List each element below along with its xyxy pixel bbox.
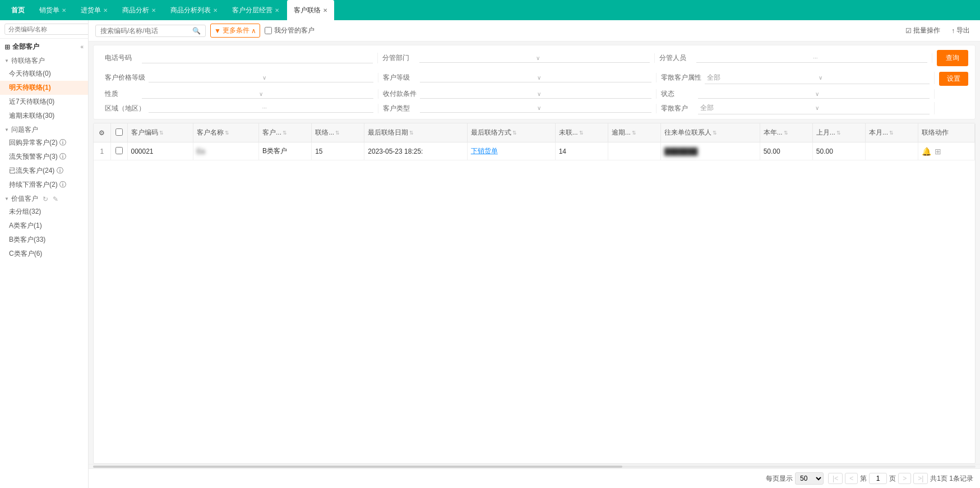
col-this-month[interactable]: 本月...⇅ — [866, 123, 918, 142]
payment-select[interactable]: ∨ — [420, 90, 651, 99]
nav-tab-purchase[interactable]: 进货单 ✕ — [74, 0, 114, 20]
first-page-button[interactable]: |< — [828, 473, 843, 484]
sidebar-item-b-class[interactable]: B类客户(33) — [0, 233, 88, 247]
per-page-select-input[interactable]: 10 20 50 100 — [795, 472, 824, 485]
person-select[interactable]: ··· — [696, 54, 927, 63]
select-all-checkbox[interactable] — [115, 128, 123, 136]
sidebar-all-customers[interactable]: ⊞ 全部客户 « — [0, 39, 88, 54]
col-customer-name[interactable]: 客户名称⇅ — [193, 123, 258, 142]
sidebar-item-declining[interactable]: 持续下滑客户(2) ⓘ — [0, 178, 88, 192]
nature-select[interactable]: ∨ — [142, 90, 373, 99]
close-icon[interactable]: ✕ — [103, 7, 108, 13]
close-icon[interactable]: ✕ — [62, 7, 66, 13]
close-icon[interactable]: ✕ — [323, 7, 327, 13]
row-checkbox[interactable] — [115, 147, 123, 154]
row-number: 1 — [94, 142, 110, 160]
sidebar-item-repurchase-abnormal[interactable]: 回购异常客户(2) ⓘ — [0, 136, 88, 150]
sidebar-search-input[interactable] — [4, 24, 89, 35]
nav-tab-customer-contact[interactable]: 客户联络 ✕ — [287, 0, 334, 20]
col-this-year[interactable]: 本年...⇅ — [760, 123, 812, 142]
sidebar-item-ungrouped[interactable]: 未分组(32) — [0, 205, 88, 219]
qr-action-icon[interactable]: ⊞ — [935, 147, 941, 156]
col-contact-count[interactable]: 联络...⇅ — [312, 123, 364, 142]
sidebar-group-problem[interactable]: ▼ 问题客户 — [0, 123, 88, 136]
col-customer-type[interactable]: 客户...⇅ — [259, 123, 312, 142]
sidebar-group-pending[interactable]: ▼ 待联络客户 — [0, 54, 88, 67]
nav-home[interactable]: 首页 — [4, 0, 31, 20]
settings-button[interactable]: 设置 — [939, 72, 968, 86]
actions-cell: 🔔 ⊞ — [918, 142, 975, 160]
grid-icon: ⊞ — [4, 43, 10, 51]
table-body: 1 000021 Ea B类客户 15 2023-05-23 18:25: 下销… — [94, 142, 975, 160]
close-icon[interactable]: ✕ — [151, 7, 156, 13]
close-icon[interactable]: ✕ — [213, 7, 218, 13]
row-checkbox-cell[interactable] — [110, 142, 127, 160]
content-area: 🔍 ▼ 更多条件 ∧ 我分管的客户 ☑ 批量操作 ↑ 导出 — [89, 20, 980, 488]
pagination-controls: |< < 第 页 > >| 共1页 1条记录 — [828, 473, 973, 484]
per-page-label: 每页显示 — [766, 474, 793, 484]
export-button[interactable]: ↑ 导出 — [948, 24, 973, 37]
my-customers-checkbox[interactable]: 我分管的客户 — [265, 26, 315, 35]
this-month-cell — [866, 142, 918, 160]
sidebar-item-a-class[interactable]: A类客户(1) — [0, 219, 88, 233]
customer-name-cell: Ea — [193, 142, 258, 160]
contact-action-icon[interactable]: 🔔 — [922, 147, 931, 156]
search-icon[interactable]: 🔍 — [192, 27, 201, 35]
col-customer-code[interactable]: 客户编码⇅ — [127, 123, 193, 142]
my-customers-check[interactable] — [265, 27, 272, 34]
horizontal-scrollbar[interactable] — [89, 464, 980, 468]
sidebar-item-churn-warning[interactable]: 流失预警客户(3) ⓘ — [0, 150, 88, 164]
sort-icon: ⇅ — [579, 130, 584, 136]
filter-search-box[interactable]: 🔍 — [95, 25, 206, 37]
col-last-contact-method[interactable]: 最后联络方式⇅ — [467, 123, 555, 142]
retail-attr-select[interactable]: 全部 ∨ — [705, 72, 930, 84]
sidebar-search-bar: 🔍 — [0, 20, 88, 39]
col-last-month[interactable]: 上月...⇅ — [812, 123, 865, 142]
col-checkbox[interactable] — [110, 123, 127, 142]
nav-tab-customer-tier[interactable]: 客户分层经营 ✕ — [225, 0, 286, 20]
adv-phone-cell: 电话号码 — [100, 53, 378, 63]
sidebar-item-7days[interactable]: 近7天待联络(0) — [0, 95, 88, 109]
sidebar-item-c-class[interactable]: C类客户(6) — [0, 247, 88, 261]
ellipsis-icon: ··· — [262, 105, 372, 111]
col-settings[interactable]: ⚙ — [94, 123, 110, 142]
next-page-button[interactable]: > — [898, 473, 911, 484]
sidebar-item-churned[interactable]: 已流失客户(24) ⓘ — [0, 164, 88, 178]
edit-icon[interactable]: ✎ — [53, 195, 58, 203]
price-level-select[interactable]: ∨ — [149, 73, 373, 82]
col-actions: 联络动作 — [918, 123, 975, 142]
sidebar-item-tomorrow[interactable]: 明天待联络(1) — [0, 81, 88, 95]
nav-tab-sale[interactable]: 销货单 ✕ — [33, 0, 73, 20]
query-button[interactable]: 查询 — [937, 50, 968, 66]
col-last-contact-date[interactable]: 最后联络日期⇅ — [364, 123, 467, 142]
dept-select[interactable]: ∨ — [419, 54, 650, 63]
sidebar-item-overdue[interactable]: 逾期未联络(30) — [0, 109, 88, 123]
col-uncontacted[interactable]: 未联...⇅ — [555, 123, 608, 142]
sidebar-group-value[interactable]: ▼ 价值客户 ↻ ✎ — [0, 192, 88, 205]
more-conditions-button[interactable]: ▼ 更多条件 ∧ — [210, 24, 260, 38]
last-contact-date-cell: 2023-05-23 18:25: — [364, 142, 467, 160]
filter-search-input[interactable] — [100, 27, 190, 35]
region-select[interactable]: ··· — [149, 104, 373, 113]
last-page-button[interactable]: >| — [913, 473, 928, 484]
adv-person-cell: 分管人员 ··· — [655, 53, 932, 63]
phone-input[interactable] — [142, 53, 373, 63]
customer-type-select[interactable]: ∨ — [420, 104, 651, 113]
customer-level-select[interactable]: ∨ — [420, 73, 651, 82]
col-overdue[interactable]: 逾期...⇅ — [608, 123, 660, 142]
refresh-icon[interactable]: ↻ — [43, 195, 48, 203]
page-number-input[interactable] — [869, 473, 887, 484]
close-icon[interactable]: ✕ — [275, 7, 279, 13]
nav-tab-analysis[interactable]: 商品分析 ✕ — [115, 0, 163, 20]
adv-payment-cell: 收付款条件 ∨ — [378, 89, 657, 99]
main-layout: 🔍 ⊞ 全部客户 « ▼ 待联络客户 今天待联络(0) 明天待联络(1) 近7天… — [0, 20, 980, 488]
prev-page-button[interactable]: < — [845, 473, 858, 484]
nav-tab-analysis-list[interactable]: 商品分析列表 ✕ — [164, 0, 224, 20]
status-select[interactable]: ∨ — [698, 90, 930, 99]
last-contact-method-cell[interactable]: 下销货单 — [467, 142, 555, 160]
col-partner-contact[interactable]: 往来单位联系人⇅ — [660, 123, 760, 142]
sidebar-item-today[interactable]: 今天待联络(0) — [0, 67, 88, 81]
retail-select[interactable]: 全部 ∨ — [698, 102, 930, 114]
contact-method-link[interactable]: 下销货单 — [471, 147, 498, 155]
batch-operation-button[interactable]: ☑ 批量操作 — [902, 24, 944, 37]
